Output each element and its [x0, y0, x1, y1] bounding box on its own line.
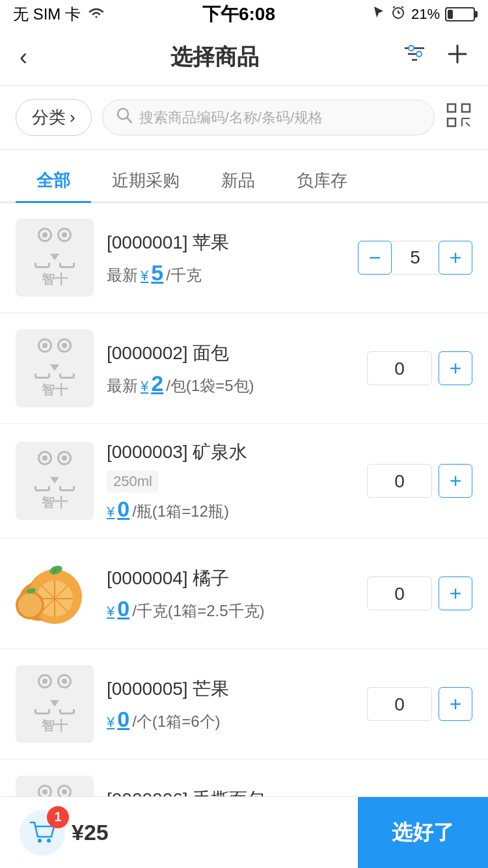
- product-info: [0000002] 面包 最新 ¥ 2 /包(1袋=5包): [107, 341, 354, 396]
- wifi-icon: [87, 5, 105, 23]
- quantity-input[interactable]: [392, 241, 439, 275]
- product-item: [0000004] 橘子 ¥ 0 /千克(1箱=2.5千克) 0 +: [0, 539, 488, 648]
- confirm-selection-button[interactable]: 选好了: [358, 797, 488, 869]
- tab-negative[interactable]: 负库存: [276, 160, 368, 203]
- product-image-placeholder: 智十: [34, 338, 75, 399]
- owl-brand-label: 智十: [42, 271, 68, 288]
- svg-point-9: [416, 51, 422, 57]
- quantity-increase-button[interactable]: +: [439, 687, 472, 721]
- nav-bar: ‹ 选择商品: [0, 29, 488, 86]
- carrier-label: 无 SIM 卡: [13, 4, 81, 25]
- price-amount: 5: [151, 260, 163, 286]
- tab-new[interactable]: 新品: [200, 160, 276, 203]
- search-box[interactable]: 搜索商品编码/名称/条码/规格: [102, 100, 435, 135]
- product-thumbnail: 智十: [16, 329, 94, 407]
- product-thumbnail: 智十: [16, 442, 94, 520]
- svg-line-3: [393, 7, 395, 8]
- owl-foot-left: [34, 373, 50, 379]
- search-placeholder: 搜索商品编码/名称/条码/规格: [139, 108, 323, 128]
- owl-feet: [34, 486, 75, 491]
- nav-actions: [402, 43, 468, 71]
- price-unit: /瓶(1箱=12瓶): [132, 501, 229, 522]
- product-code-name: [0000002] 面包: [107, 341, 354, 366]
- product-spec: 250ml: [107, 470, 159, 493]
- owl-foot-right: [59, 373, 75, 379]
- price-unit: /个(1箱=6个): [132, 711, 220, 732]
- price-currency: ¥: [107, 603, 115, 620]
- bottom-bar: 1 ¥25 选好了: [0, 796, 488, 868]
- svg-line-13: [127, 118, 131, 122]
- product-image-placeholder: 智十: [34, 451, 75, 511]
- time-display: 下午6:08: [202, 2, 275, 27]
- quantity-increase-button[interactable]: +: [439, 241, 472, 275]
- cart-badge: 1: [47, 806, 69, 828]
- cart-icon-wrap[interactable]: 1: [20, 810, 65, 856]
- cart-total: ¥25: [72, 820, 109, 845]
- product-price: 最新 ¥ 5 /千克: [107, 260, 345, 286]
- product-image-placeholder: 智十: [34, 228, 75, 288]
- price-label: 最新: [107, 265, 138, 286]
- product-info: [0000005] 芒果 ¥ 0 /个(1箱=6个): [107, 677, 354, 732]
- price-amount: 0: [117, 707, 129, 732]
- owl-foot-left: [34, 709, 50, 714]
- battery-icon: [445, 7, 475, 21]
- owl-eyes: [35, 674, 74, 699]
- owl-foot-right: [59, 263, 75, 268]
- quantity-decrease-button[interactable]: −: [358, 241, 392, 275]
- owl-beak: [50, 700, 59, 707]
- owl-feet: [34, 263, 75, 268]
- quantity-increase-button[interactable]: +: [439, 576, 472, 610]
- battery-fill: [448, 10, 453, 19]
- tab-all[interactable]: 全部: [16, 160, 91, 203]
- quantity-display: 0: [367, 464, 432, 498]
- price-unit: /千克(1箱=2.5千克): [132, 601, 264, 621]
- category-button[interactable]: 分类 ›: [16, 99, 92, 136]
- quantity-increase-button[interactable]: +: [439, 351, 472, 385]
- tab-row: 全部 近期采购 新品 负库存: [0, 150, 488, 203]
- page-title: 选择商品: [170, 42, 259, 72]
- owl-brand-label: 智十: [42, 717, 68, 735]
- owl-eye-right: [57, 228, 72, 242]
- quantity-display: 0: [367, 576, 432, 610]
- scan-icon[interactable]: [445, 102, 472, 133]
- quantity-display: 0: [367, 351, 432, 385]
- owl-feet: [34, 709, 75, 714]
- owl-brand-label: 智十: [42, 381, 68, 399]
- owl-foot-right: [59, 486, 75, 491]
- quantity-display: 0: [367, 687, 432, 721]
- owl-beak: [50, 364, 59, 371]
- price-amount: 0: [117, 496, 129, 522]
- search-icon: [116, 107, 133, 128]
- svg-point-8: [409, 46, 414, 51]
- product-info: [0000003] 矿泉水 250ml ¥ 0 /瓶(1箱=12瓶): [107, 440, 354, 522]
- quantity-control: 0 +: [367, 464, 472, 498]
- price-currency: ¥: [107, 504, 115, 521]
- quantity-increase-button[interactable]: +: [439, 464, 472, 498]
- product-price: ¥ 0 /千克(1箱=2.5千克): [107, 596, 354, 621]
- product-info: [0000004] 橘子 ¥ 0 /千克(1箱=2.5千克): [107, 566, 354, 621]
- owl-eyes: [35, 228, 74, 252]
- quantity-control: 0 +: [367, 687, 472, 721]
- filter-icon[interactable]: [402, 43, 427, 71]
- svg-point-33: [38, 839, 42, 843]
- owl-foot-right: [59, 709, 75, 714]
- chevron-right-icon: ›: [70, 107, 75, 128]
- price-unit: /千克: [166, 265, 202, 286]
- product-price: ¥ 0 /瓶(1箱=12瓶): [107, 496, 354, 522]
- product-item: 智十 [0000005] 芒果 ¥ 0 /个(1箱=6个) 0 +: [0, 649, 488, 759]
- product-code-name: [0000003] 矿泉水: [107, 440, 354, 465]
- back-button[interactable]: ‹: [20, 44, 27, 71]
- svg-line-19: [466, 122, 470, 126]
- svg-rect-15: [462, 104, 470, 112]
- svg-rect-16: [448, 118, 455, 126]
- svg-point-31: [18, 593, 42, 617]
- owl-eye-left: [38, 228, 52, 242]
- tab-recent[interactable]: 近期采购: [91, 160, 200, 203]
- add-product-icon[interactable]: [446, 43, 468, 71]
- svg-point-34: [47, 839, 51, 843]
- price-unit: /包(1袋=5包): [166, 375, 254, 396]
- price-currency: ¥: [141, 267, 148, 284]
- svg-rect-14: [448, 104, 455, 112]
- product-code-name: [0000005] 芒果: [107, 677, 354, 701]
- owl-eye-right: [57, 451, 72, 465]
